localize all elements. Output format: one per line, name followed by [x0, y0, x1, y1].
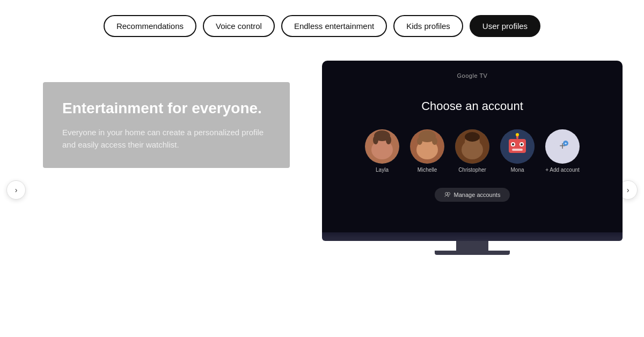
body-text: Everyone in your home can create a perso… — [62, 126, 270, 151]
svg-point-11 — [432, 137, 437, 145]
profiles-row: Layla Michelle — [365, 129, 580, 173]
heading: Entertainment for everyone. — [62, 99, 270, 118]
profile-layla[interactable]: Layla — [365, 129, 399, 173]
manage-accounts-button[interactable]: Manage accounts — [435, 188, 510, 202]
tv-screen: Google TV Choose an account — [322, 61, 623, 232]
profile-name-michelle: Michelle — [418, 167, 437, 173]
svg-point-20 — [512, 143, 514, 145]
profile-michelle[interactable]: Michelle — [410, 129, 444, 173]
profile-add-account[interactable]: + + + Add account — [545, 129, 580, 173]
profile-name-mona: Mona — [510, 167, 524, 173]
profile-christopher[interactable]: Christopher — [455, 129, 489, 173]
svg-point-5 — [386, 136, 391, 144]
profile-name-christopher: Christopher — [458, 167, 486, 173]
tabs-bar: Recommendations Voice control Endless en… — [0, 0, 644, 50]
svg-rect-22 — [512, 149, 523, 151]
tab-user-profiles[interactable]: User profiles — [470, 15, 540, 37]
tab-endless-entertainment[interactable]: Endless entertainment — [281, 15, 387, 37]
tab-voice-control[interactable]: Voice control — [203, 15, 275, 37]
tab-recommendations[interactable]: Recommendations — [104, 15, 196, 37]
avatar-mona — [500, 129, 535, 164]
avatar-layla — [365, 129, 399, 164]
manage-accounts-icon — [444, 192, 451, 198]
tv-stand-neck — [456, 241, 488, 251]
profile-mona[interactable]: Mona — [500, 129, 535, 173]
svg-point-21 — [521, 143, 523, 145]
svg-rect-17 — [509, 139, 526, 153]
svg-point-4 — [373, 136, 378, 144]
tv-stand-foot — [435, 251, 510, 255]
manage-accounts-label: Manage accounts — [454, 192, 501, 198]
tv-bottom-bar — [322, 232, 623, 241]
tv-title: Choose an account — [421, 99, 523, 113]
svg-point-10 — [417, 137, 422, 145]
avatar-christopher — [455, 129, 489, 164]
tv-brand: Google TV — [457, 72, 488, 79]
svg-point-15 — [465, 132, 480, 142]
tv-display: Google TV Choose an account — [322, 61, 623, 255]
avatar-michelle — [410, 129, 444, 164]
avatar-add-account: + + — [545, 129, 580, 164]
tab-kids-profiles[interactable]: Kids profiles — [393, 15, 463, 37]
profile-name-layla: Layla — [376, 167, 389, 173]
main-content: Entertainment for everyone. Everyone in … — [0, 50, 644, 255]
profile-name-add: + Add account — [545, 167, 580, 173]
svg-point-24 — [516, 133, 519, 136]
svg-text:+: + — [565, 141, 567, 146]
text-block: Entertainment for everyone. Everyone in … — [43, 82, 290, 168]
tv-base — [322, 232, 623, 255]
